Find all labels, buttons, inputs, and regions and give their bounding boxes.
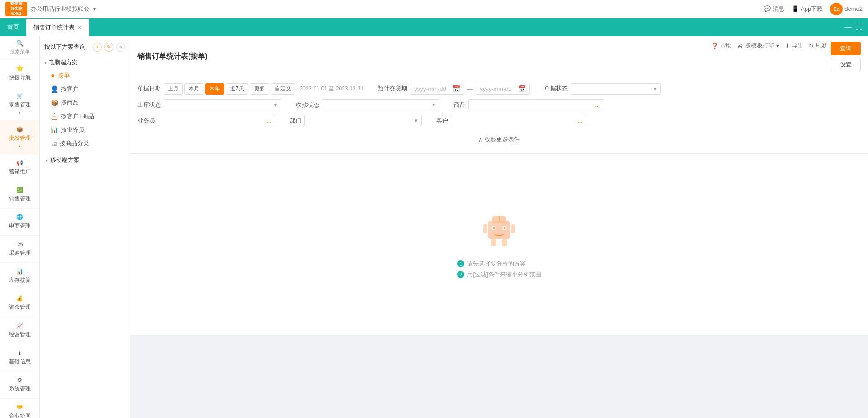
tabbar: 首页 销售订单统计表 ✕ — ⛶ [0, 18, 868, 36]
empty-tips: 1 请先选择要分析的方案 2 用[过滤]条件来缩小分析范围 [457, 260, 541, 281]
sidebar-item-finance[interactable]: 💰 资金管理 [0, 290, 39, 317]
sidebar-item-wholesale[interactable]: 📦 批发管理 ▴ [0, 121, 39, 154]
system-icon: ⚙ [17, 377, 22, 383]
scheme-item-by-staff[interactable]: 📊 按业务员 [40, 123, 130, 137]
empty-tip-1-text: 请先选择要分析的方案 [467, 260, 526, 268]
filter-customer-item: 客户 ... [436, 115, 586, 126]
sidebar-item-system[interactable]: ⚙ 系统管理 [0, 371, 39, 399]
scheme-item-by-customer[interactable]: 👤 按客户 [40, 82, 130, 96]
retail-icon: 🛒 [16, 93, 23, 99]
scheme-pc-group-header[interactable]: ▾ 电脑端方案 [40, 56, 130, 69]
app-download-button[interactable]: 📱 App下载 [792, 5, 823, 13]
scheme-header-icons: + ✎ « [93, 43, 125, 52]
calendar-icon-2[interactable]: 📅 [518, 85, 526, 92]
scheme-collapse-button[interactable]: « [116, 43, 125, 52]
filter-payment-item: 收款状态 ▾ [296, 99, 439, 110]
sidebar-operation-label: 经营管理 [9, 331, 31, 338]
operation-icon: 📈 [16, 323, 23, 329]
date-btn-7days[interactable]: 近7天 [226, 83, 248, 95]
by-goods-category-icon: 🗂 [51, 140, 57, 147]
customer-label: 客户 [436, 117, 448, 125]
date-btn-this-month[interactable]: 本月 [184, 83, 203, 95]
help-button[interactable]: ❓ 帮助 [711, 42, 732, 50]
sidebar-item-operation[interactable]: 📈 经营管理 [0, 317, 39, 344]
sidebar-item-marketing[interactable]: 📢 营销推广 [0, 154, 39, 181]
topbar-dropdown-icon[interactable]: ▾ [93, 6, 96, 12]
retail-arrow-icon: ▾ [19, 110, 21, 115]
message-button[interactable]: 💬 消息 [764, 5, 784, 13]
refresh-button[interactable]: ↻ 刷新 [809, 42, 827, 50]
svg-point-5 [492, 227, 495, 229]
by-staff-icon: 📊 [51, 126, 58, 133]
scheme-item-by-goods-label: 按商品 [61, 99, 79, 107]
filter-row-2: 出库状态 ▾ 收款状态 ▾ 商品 [137, 99, 861, 110]
sidebar-item-sales[interactable]: 💹 销售管理 [0, 181, 39, 209]
purchase-icon: 🛍 [17, 241, 23, 247]
maximize-icon[interactable]: ⛶ [855, 23, 863, 31]
date-btn-more[interactable]: 更多 [250, 83, 269, 95]
corp-icon: 🤝 [16, 404, 23, 410]
user-profile[interactable]: Ea demo2 [830, 3, 863, 15]
refresh-label: 刷新 [816, 42, 827, 50]
calendar-icon-1[interactable]: 📅 [453, 85, 460, 92]
order-status-select[interactable]: ▾ [571, 83, 661, 95]
sidebar-item-purchase[interactable]: 🛍 采购管理 [0, 236, 39, 263]
scheme-edit-button[interactable]: ✎ [104, 43, 113, 52]
goods-dots[interactable]: ... [595, 101, 600, 108]
sidebar-item-shortcut[interactable]: ⭐ 快捷导航 [0, 59, 39, 87]
logo: 畅捷通好生意标准版 [5, 2, 27, 16]
scheme-item-by-order[interactable]: ● 按单 [40, 69, 130, 82]
tab-sales-order-stats[interactable]: 销售订单统计表 ✕ [26, 19, 89, 37]
filter-area: 单据日期 上月 本月 本年 近7天 更多 自定义 2023-01-01 至 20… [130, 77, 868, 154]
goods-label: 商品 [454, 101, 466, 109]
collapse-up-icon: ∧ [478, 136, 483, 143]
salesman-dots[interactable]: ... [266, 117, 271, 124]
date-btn-this-year[interactable]: 本年 [205, 83, 224, 95]
sidebar-item-ecommerce[interactable]: 🌐 电商管理 [0, 209, 39, 236]
date-btn-last-month[interactable]: 上月 [164, 83, 183, 95]
empty-state: 1 请先选择要分析的方案 2 用[过滤]条件来缩小分析范围 [457, 180, 541, 309]
export-button[interactable]: ⬇ 导出 [785, 42, 803, 50]
sidebar-item-inventory[interactable]: 📊 库存核算 [0, 263, 39, 290]
customer-input[interactable]: ... [451, 115, 586, 126]
ecommerce-icon: 🌐 [16, 214, 23, 220]
delivery-date-start[interactable]: yyyy-mm-dd 📅 [410, 83, 464, 95]
payment-status-select[interactable]: ▾ [322, 99, 439, 110]
scheme-add-button[interactable]: + [93, 43, 102, 52]
delivery-label: 预计交货期 [378, 85, 407, 93]
svg-point-6 [503, 227, 505, 229]
scheme-item-by-staff-label: 按业务员 [61, 126, 85, 134]
minimize-icon[interactable]: — [844, 23, 852, 31]
tab-home[interactable]: 首页 [0, 18, 26, 36]
tab-close-icon[interactable]: ✕ [77, 24, 82, 31]
empty-state-container: 1 请先选择要分析的方案 2 用[过滤]条件来缩小分析范围 [130, 154, 868, 335]
date-dash: — [467, 86, 473, 92]
settings-button[interactable]: 设置 [831, 58, 861, 71]
sidebar-item-corp[interactable]: 🤝 企业协同 [0, 399, 39, 418]
scheme-item-by-customer-goods[interactable]: 📋 按客户+商品 [40, 109, 130, 123]
scheme-item-by-goods[interactable]: 📦 按商品 [40, 96, 130, 109]
print-button[interactable]: 🖨 按模板打印 ▾ [737, 42, 779, 50]
query-button[interactable]: 查询 [831, 42, 861, 55]
sidebar-item-basic[interactable]: ℹ 基础信息 [0, 344, 39, 371]
scheme-item-by-customer-goods-label: 按客户+商品 [61, 112, 94, 120]
mobile-group-label: 移动端方案 [50, 156, 80, 164]
scheme-item-by-goods-category[interactable]: 🗂 按商品分类 [40, 137, 130, 150]
logo-text: 畅捷通好生意标准版 [10, 1, 23, 17]
department-select[interactable]: ▾ [304, 115, 422, 126]
customer-dots[interactable]: ... [577, 117, 582, 124]
basic-icon: ℹ [19, 350, 21, 356]
avatar: Ea [830, 3, 843, 15]
tip-num-2: 2 [457, 271, 464, 278]
date-btn-custom[interactable]: 自定义 [271, 83, 295, 95]
sidebar-search[interactable]: 🔍 搜索菜单 [0, 36, 39, 59]
shipment-status-select[interactable]: ▾ [164, 99, 281, 110]
scheme-mobile-group-header[interactable]: ▸ 移动端方案 [40, 154, 130, 166]
goods-input[interactable]: ... [468, 99, 604, 110]
sidebar-item-retail[interactable]: 🛒 零售管理 ▾ [0, 87, 39, 121]
svg-rect-10 [502, 239, 507, 246]
mobile-group-arrow-icon: ▸ [46, 158, 48, 163]
delivery-date-end[interactable]: yyyy-mm-dd 📅 [476, 83, 530, 95]
collapse-button[interactable]: ∧ 收起更多条件 [478, 135, 520, 143]
salesman-input[interactable]: ... [158, 115, 275, 126]
